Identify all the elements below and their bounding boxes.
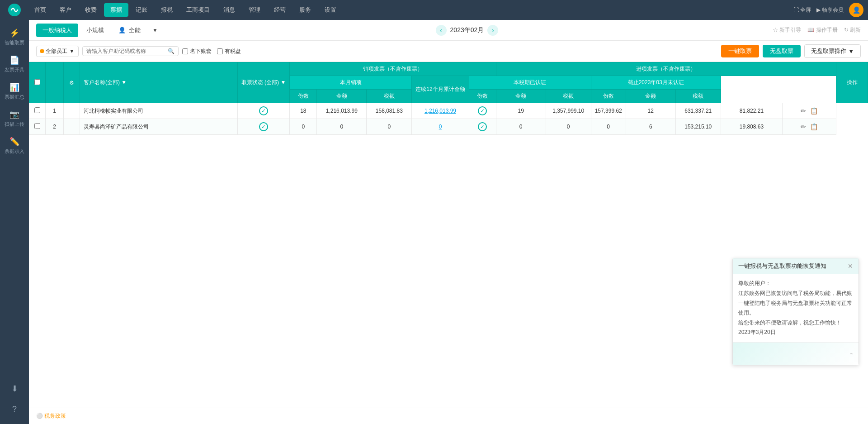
- nav-tax[interactable]: 报税: [155, 3, 179, 17]
- one-click-ticket-btn[interactable]: 一键取票: [721, 45, 759, 57]
- nav-message[interactable]: 消息: [217, 3, 241, 17]
- th-cumulative: 连续12个月累计金额: [412, 76, 469, 103]
- th-action: 操作: [836, 62, 868, 103]
- sub-tabs-bar: 一般纳税人 小规模 👤 全能 ▼ ‹ 2023年02月 › ☆ 新手引导 📖 操…: [29, 20, 868, 41]
- nav-manage[interactable]: 管理: [242, 3, 267, 17]
- notification-body: 尊敬的用户： 江苏政务网已恢复访问电子税务局功能，易代账一键登陆电子税务局与无盘…: [733, 274, 859, 342]
- search-icon[interactable]: 🔍: [168, 48, 175, 54]
- row-actions-1: ✏ 📋: [783, 119, 836, 135]
- th-name[interactable]: 客户名称(全部) ▼: [80, 62, 238, 103]
- no-disk-operation-btn[interactable]: 无盘取票操作 ▼: [804, 44, 861, 58]
- row-uncert-qty-0: 12: [626, 103, 675, 119]
- entry-icon: ✏️: [9, 137, 19, 147]
- row-cert-amount-1: 0: [546, 119, 591, 135]
- row-cert-status-1: ✓: [469, 119, 496, 135]
- nav-client[interactable]: 客户: [53, 3, 78, 17]
- row-status-1: ✓: [237, 119, 290, 135]
- logo[interactable]: [5, 0, 24, 20]
- row-status-0: ✓: [237, 103, 290, 119]
- notification-decoration: ~: [850, 351, 853, 357]
- sidebar-item-download[interactable]: ⬇: [2, 380, 27, 397]
- sidebar: ⚡ 智能取票 📄 发票开具 📊 票据汇总 📷 扫描上传 ✏️ 票据录入 ⬇ ?: [0, 20, 29, 424]
- row-cert-qty-1: 0: [496, 119, 546, 135]
- refresh-icon: ↻: [844, 27, 849, 33]
- sidebar-item-summary[interactable]: 📊 票据汇总: [2, 79, 27, 104]
- nav-service[interactable]: 服务: [293, 3, 317, 17]
- row-no-0: 1: [46, 103, 64, 119]
- row-uncert-amount-0: 631,337.21: [675, 103, 721, 119]
- table-row: 2 灵寿县尚泽矿产品有限公司 ✓ 0 0 0 0 ✓ 0 0 0 6 153,2…: [29, 119, 868, 135]
- tax-policy-link[interactable]: ⚪ 税务政策: [36, 412, 66, 420]
- th-uncert-tax: 税额: [675, 90, 721, 103]
- vip-btn[interactable]: ▶畅享会员: [816, 6, 844, 14]
- smart-ticket-icon: ⚡: [9, 28, 19, 38]
- nav-operation[interactable]: 经营: [268, 3, 292, 17]
- sidebar-item-invoice-open[interactable]: 📄 发票开具: [2, 52, 27, 77]
- checkbox-tax-disk-input[interactable]: [217, 48, 223, 54]
- month-prev-btn[interactable]: ‹: [436, 25, 447, 36]
- search-box[interactable]: 🔍: [82, 46, 179, 56]
- user-avatar[interactable]: 👤: [849, 3, 863, 17]
- toolbar-right: 一键取票 无盘取票 无盘取票操作 ▼: [721, 44, 861, 58]
- nav-invoice[interactable]: 票据: [104, 3, 128, 17]
- nav-accounting[interactable]: 记账: [129, 3, 154, 17]
- row-checkbox-0[interactable]: [29, 103, 46, 119]
- th-cert-qty: 份数: [469, 90, 496, 103]
- more-icon-1[interactable]: 📋: [810, 123, 818, 130]
- employee-select[interactable]: 全部员工 ▼: [36, 46, 79, 57]
- th-cert-amount: 金额: [496, 90, 546, 103]
- more-icon-0[interactable]: 📋: [810, 107, 818, 114]
- row-cert-status-0: ✓: [469, 103, 496, 119]
- checkbox-named-account-input[interactable]: [182, 48, 188, 54]
- row-cert-amount-0: 1,357,999.10: [546, 103, 591, 119]
- th-uncertified: 截止2023年03月未认证: [591, 76, 721, 90]
- tab-small-scale[interactable]: 小规模: [80, 24, 110, 37]
- row-cumulative-0: 1,216,013.99: [412, 103, 469, 119]
- top-right-area: ⛶全屏 ▶畅享会员 👤: [793, 3, 863, 17]
- th-uncert-qty: 份数: [591, 90, 626, 103]
- refresh-link[interactable]: ↻ 刷新: [844, 26, 861, 34]
- search-input[interactable]: [86, 48, 168, 54]
- sidebar-item-smart-ticket[interactable]: ⚡ 智能取票: [2, 24, 27, 50]
- manual-link[interactable]: 📖 操作手册: [807, 26, 837, 34]
- edit-icon-1[interactable]: ✏: [801, 123, 806, 130]
- th-sales-qty: 份数: [290, 90, 317, 103]
- checkbox-tax-disk[interactable]: 有税盘: [217, 48, 241, 55]
- help-icon: ?: [12, 405, 17, 414]
- fullscreen-btn[interactable]: ⛶全屏: [793, 6, 811, 14]
- row-name-0: 河北柯橡帧实业有限公司: [80, 103, 238, 119]
- nav-home[interactable]: 首页: [28, 3, 52, 17]
- table-header-row1: ⚙ 客户名称(全部) ▼ 取票状态 (全部) ▼ 销项发票（不含作废票） 进项发…: [29, 62, 868, 76]
- sidebar-item-help[interactable]: ?: [2, 401, 27, 418]
- tab-general-taxpayer[interactable]: 一般纳税人: [36, 24, 78, 37]
- nav-fee[interactable]: 收费: [79, 3, 103, 17]
- row-uncert-amount-1: 153,215.10: [675, 119, 721, 135]
- row-checkbox-1[interactable]: [29, 119, 46, 135]
- select-all-checkbox[interactable]: [34, 79, 40, 85]
- notification-close-btn[interactable]: ✕: [848, 262, 853, 270]
- tab-all-in-one[interactable]: 👤 全能: [112, 24, 147, 37]
- row-sales-tax-0: 158,081.83: [367, 103, 412, 119]
- new-guide-link[interactable]: ☆ 新手引导: [773, 26, 801, 34]
- row-sales-qty-1: 0: [290, 119, 317, 135]
- top-navigation: 首页 客户 收费 票据 记账 报税 工商项目 消息 管理 经营 服务 设置 ⛶全…: [0, 0, 868, 20]
- toolbar-area: 全部员工 ▼ 🔍 名下账套 有税盘 一键取票 无盘取票 无盘取票操作 ▼: [29, 41, 868, 62]
- th-uncert-amount: 金额: [626, 90, 675, 103]
- scan-upload-icon: 📷: [9, 110, 19, 119]
- manual-icon: 📖: [807, 27, 814, 33]
- sidebar-item-entry[interactable]: ✏️ 票据录入: [2, 133, 27, 158]
- sidebar-item-scan-upload[interactable]: 📷 扫描上传: [2, 106, 27, 131]
- nav-items: 首页 客户 收费 票据 记账 报税 工商项目 消息 管理 经营 服务 设置: [28, 3, 793, 17]
- invoice-open-icon: 📄: [9, 55, 19, 65]
- edit-icon-0[interactable]: ✏: [801, 107, 806, 114]
- tabs-more-btn[interactable]: ▼: [149, 25, 161, 35]
- no-disk-ticket-btn[interactable]: 无盘取票: [763, 45, 801, 57]
- row-config-1: [64, 119, 80, 135]
- month-next-btn[interactable]: ›: [487, 25, 498, 36]
- nav-business[interactable]: 工商项目: [180, 3, 216, 17]
- checkbox-named-account[interactable]: 名下账套: [182, 48, 212, 55]
- sidebar-bottom: ⬇ ?: [2, 380, 27, 424]
- summary-icon: 📊: [9, 82, 19, 92]
- th-status[interactable]: 取票状态 (全部) ▼: [237, 62, 290, 103]
- nav-settings[interactable]: 设置: [318, 3, 343, 17]
